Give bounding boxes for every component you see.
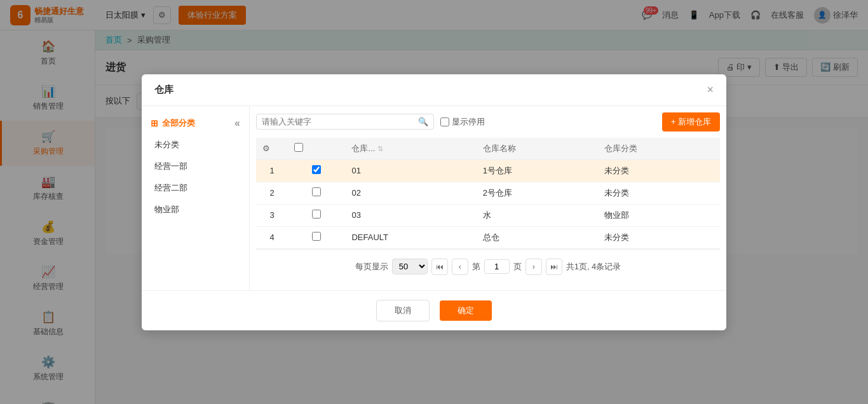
row-check-3 [288,226,345,248]
row-category-2: 物业部 [598,204,720,226]
select-all-checkbox[interactable] [294,143,303,152]
pagination: 每页显示 50 20 100 ⏮ ‹ 第 页 › ⏭ 共1页, 4条记录 [256,249,720,284]
modal-body: ⊞ 全部分类 « 未分类 经营一部 经营二部 物业部 [142,106,726,290]
row-name-0: 1号仓库 [477,159,599,182]
modal-close-button[interactable]: × [707,83,714,97]
gear-icon[interactable]: ⚙ [262,144,270,153]
last-page-button[interactable]: ⏭ [546,259,562,275]
all-categories-item[interactable]: ⊞ 全部分类 « [142,112,249,134]
table-row[interactable]: 1 01 1号仓库 未分类 [256,159,720,182]
th-settings: ⚙ [256,138,288,160]
th-category: 仓库分类 [598,138,720,160]
add-warehouse-button[interactable]: + 新增仓库 [662,112,720,131]
row-name-2: 水 [477,204,599,226]
row-name-3: 总仓 [477,226,599,248]
modal-overlay[interactable]: 仓库 × ⊞ 全部分类 « 未分类 经营一部 经营二部 [0,0,868,404]
sort-icon-code: ⇅ [377,145,383,152]
row-category-1: 未分类 [598,182,720,204]
row-check-2 [288,204,345,226]
th-name: 仓库名称 [477,138,599,160]
row-checkbox-3[interactable] [312,232,321,241]
row-code-1: 02 [345,182,476,204]
category-item-1[interactable]: 经营一部 [142,156,249,177]
all-categories-label: 全部分类 [162,118,195,129]
row-code-2: 03 [345,204,476,226]
modal-header: 仓库 × [142,74,726,106]
row-code-0: 01 [345,159,476,182]
row-category-3: 未分类 [598,226,720,248]
table-row[interactable]: 4 DEFAULT 总仓 未分类 [256,226,720,248]
row-check-0 [288,159,345,182]
row-name-1: 2号仓库 [477,182,599,204]
prev-page-button[interactable]: ‹ [452,259,468,275]
search-icon[interactable]: 🔍 [418,117,428,126]
first-page-button[interactable]: ⏮ [431,259,448,275]
row-check-1 [288,182,345,204]
page-unit: 页 [513,261,522,273]
row-code-3: DEFAULT [345,226,476,248]
modal-title: 仓库 [154,84,173,96]
grid-icon: ⊞ [151,118,158,128]
search-input-wrap: 🔍 [256,114,434,130]
table-toolbar: 🔍 显示停用 + 新增仓库 [256,112,720,131]
modal-footer: 取消 确定 [142,290,726,330]
category-item-0[interactable]: 未分类 [142,134,249,156]
row-checkbox-1[interactable] [312,187,321,196]
page-number-input[interactable] [484,259,510,274]
row-num-3: 4 [256,226,288,248]
row-num-1: 2 [256,182,288,204]
page-size-label: 每页显示 [355,261,388,273]
category-item-2[interactable]: 经营二部 [142,177,249,199]
page-label: 第 [472,261,480,273]
warehouse-table: ⚙ 仓库... ⇅ 仓库名称 [256,138,720,249]
category-panel: ⊞ 全部分类 « 未分类 经营一部 经营二部 物业部 [142,106,250,290]
table-container: ⚙ 仓库... ⇅ 仓库名称 [256,138,720,249]
th-checkbox [288,138,345,160]
table-panel: 🔍 显示停用 + 新增仓库 ⚙ [250,106,726,290]
row-num-2: 3 [256,204,288,226]
row-checkbox-2[interactable] [312,210,321,219]
confirm-button[interactable]: 确定 [440,300,492,321]
show-disabled-checkbox[interactable] [440,118,449,126]
row-num-0: 1 [256,159,288,182]
next-page-button[interactable]: › [526,259,542,275]
warehouse-modal: 仓库 × ⊞ 全部分类 « 未分类 经营一部 经营二部 [142,74,726,330]
th-code: 仓库... ⇅ [345,138,476,160]
total-info: 共1页, 4条记录 [566,261,621,273]
row-category-0: 未分类 [598,159,720,182]
collapse-icon[interactable]: « [234,118,240,129]
table-row[interactable]: 2 02 2号仓库 未分类 [256,182,720,204]
show-disabled-label: 显示停用 [440,116,485,128]
table-row[interactable]: 3 03 水 物业部 [256,204,720,226]
cancel-button[interactable]: 取消 [376,300,430,321]
search-input[interactable] [262,117,418,126]
category-item-3[interactable]: 物业部 [142,199,249,220]
row-checkbox-0[interactable] [312,165,321,174]
page-size-select[interactable]: 50 20 100 [392,259,428,274]
